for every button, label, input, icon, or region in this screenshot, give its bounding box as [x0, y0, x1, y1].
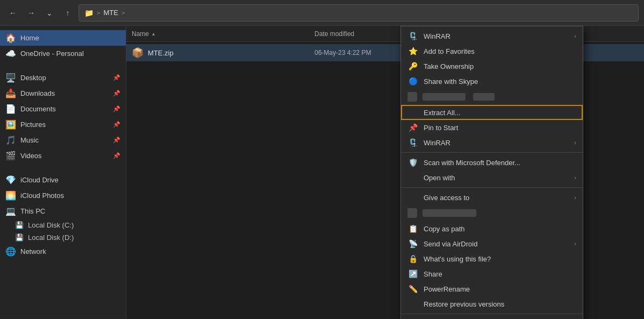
share-skype-icon: 🔵 — [407, 77, 418, 86]
ctx-copy-path-label: Copy as path — [424, 225, 576, 233]
power-rename-icon: ✏️ — [407, 285, 418, 293]
winrar-mid-icon: 🗜️ — [407, 138, 418, 147]
documents-icon: 📄 — [5, 104, 16, 114]
sort-arrow: ▲ — [151, 31, 156, 37]
pin-icon-downloads: 📌 — [113, 90, 120, 97]
sidebar-item-home-label: Home — [20, 34, 120, 42]
sidebar-item-music[interactable]: 🎵 Music 📌 — [0, 132, 126, 148]
ctx-give-access-label: Give access to — [424, 194, 569, 202]
ctx-copy-path[interactable]: 📋 Copy as path — [401, 221, 583, 236]
ctx-share-skype[interactable]: 🔵 Share with Skype — [401, 74, 583, 89]
this-pc-icon: 💻 — [5, 206, 16, 216]
sidebar-item-downloads[interactable]: 📥 Downloads 📌 — [0, 86, 126, 101]
ctx-winrar-top[interactable]: 🗜️ WinRAR › — [401, 29, 583, 44]
ctx-open-with-label: Open with — [424, 174, 569, 182]
sidebar-item-icloud-photos[interactable]: 🌅 iCloud Photos — [0, 188, 126, 203]
sidebar-local-d-label: Local Disk (D:) — [28, 233, 74, 242]
ctx-arrow-winrar: › — [574, 33, 576, 39]
ctx-add-favorites[interactable]: ⭐ Add to Favorites — [401, 44, 583, 59]
sidebar-item-home[interactable]: 🏠 Home — [0, 30, 126, 46]
whats-using-icon: 🔒 — [407, 254, 418, 263]
sidebar-item-desktop[interactable]: 🖥️ Desktop 📌 — [0, 70, 126, 86]
sidebar-item-local-d[interactable]: 💾 Local Disk (D:) — [0, 231, 126, 244]
ctx-scan-defender[interactable]: 🛡️ Scan with Microsoft Defender... — [401, 155, 583, 170]
sidebar-item-this-pc[interactable]: 💻 This PC — [0, 203, 126, 219]
ctx-restore-versions-label: Restore previous versions — [424, 300, 576, 308]
ctx-arrow-airdroid: › — [574, 240, 576, 247]
ctx-arrow-open-with: › — [574, 174, 576, 181]
pictures-icon: 🖼️ — [5, 119, 16, 130]
ctx-restore-versions[interactable]: Restore previous versions — [401, 296, 583, 311]
ctx-winrar-top-label: WinRAR — [424, 32, 569, 40]
ctx-separator-2 — [401, 187, 583, 188]
sidebar-item-desktop-label: Desktop — [20, 74, 109, 82]
ctx-share[interactable]: ↗️ Share — [401, 266, 583, 281]
sidebar-gap-1 — [0, 61, 126, 70]
sidebar-icloud-drive-label: iCloud Drive — [20, 176, 120, 184]
sidebar-item-network[interactable]: 🌐 Network — [0, 244, 126, 259]
ctx-extract-all[interactable]: Extract All... — [401, 105, 583, 120]
ctx-give-access[interactable]: Give access to › — [401, 190, 583, 205]
breadcrumb-chevron: > — [97, 10, 100, 16]
up-button[interactable]: ↑ — [60, 5, 75, 20]
sidebar-item-videos[interactable]: 🎬 Videos 📌 — [0, 148, 126, 164]
ctx-whats-using[interactable]: 🔒 What's using this file? — [401, 251, 583, 266]
ctx-winrar-mid[interactable]: 🗜️ WinRAR › — [401, 135, 583, 150]
forward-button[interactable]: → — [24, 5, 39, 20]
scan-defender-icon: 🛡️ — [407, 158, 418, 167]
ctx-power-rename-label: PowerRename — [424, 285, 576, 293]
pin-icon-documents: 📌 — [113, 105, 120, 112]
ctx-arrow-give-access: › — [574, 194, 576, 201]
nav-bar: ← → ⌄ ↑ 📁 > MTE > — [0, 0, 644, 26]
ctx-whats-using-label: What's using this file? — [424, 255, 576, 263]
recent-button[interactable]: ⌄ — [42, 5, 57, 20]
sidebar-item-onedrive[interactable]: ☁️ OneDrive - Personal — [0, 46, 126, 61]
col-header-name[interactable]: Name ▲ — [132, 30, 314, 38]
ctx-scan-defender-label: Scan with Microsoft Defender... — [424, 159, 576, 167]
icloud-photos-icon: 🌅 — [5, 190, 16, 201]
send-airdroid-icon: 📡 — [407, 239, 418, 248]
sidebar: 🏠 Home ☁️ OneDrive - Personal 🖥️ Desktop… — [0, 26, 126, 319]
sidebar-network-label: Network — [20, 247, 120, 256]
videos-icon: 🎬 — [5, 151, 16, 161]
breadcrumb-mte: MTE — [103, 9, 118, 17]
sidebar-gap-2 — [0, 164, 126, 172]
sidebar-item-pictures-label: Pictures — [20, 120, 109, 129]
sidebar-item-local-c[interactable]: 💾 Local Disk (C:) — [0, 219, 126, 231]
ctx-send-airdroid[interactable]: 📡 Send via AirDroid › — [401, 236, 583, 251]
ctx-power-rename[interactable]: ✏️ PowerRename — [401, 281, 583, 296]
address-bar[interactable]: 📁 > MTE > — [78, 4, 639, 22]
pin-icon-pictures: 📌 — [113, 121, 120, 128]
sidebar-item-music-label: Music — [20, 136, 109, 144]
sidebar-item-documents[interactable]: 📄 Documents 📌 — [0, 101, 126, 117]
onedrive-icon: ☁️ — [5, 48, 16, 59]
folder-icon: 📁 — [84, 9, 94, 17]
ctx-pin-start[interactable]: 📌 Pin to Start — [401, 120, 583, 135]
ctx-take-ownership[interactable]: 🔑 Take Ownership — [401, 59, 583, 74]
ctx-share-label: Share — [424, 270, 576, 278]
ctx-take-ownership-label: Take Ownership — [424, 62, 576, 70]
pin-icon-music: 📌 — [113, 137, 120, 144]
winrar-top-icon: 🗜️ — [407, 32, 418, 40]
col-name-label: Name — [132, 30, 149, 38]
local-c-icon: 💾 — [15, 221, 24, 229]
ctx-blurred-2 — [401, 205, 583, 221]
ctx-send-to[interactable]: Send to › — [401, 316, 583, 319]
main-area: 🏠 Home ☁️ OneDrive - Personal 🖥️ Desktop… — [0, 26, 644, 319]
local-d-icon: 💾 — [15, 233, 24, 242]
pin-start-icon: 📌 — [407, 123, 418, 132]
share-icon: ↗️ — [407, 270, 418, 278]
sidebar-item-downloads-label: Downloads — [20, 89, 109, 97]
ctx-open-with[interactable]: Open with › — [401, 170, 583, 185]
file-name: MTE.zip — [148, 49, 314, 57]
sidebar-item-pictures[interactable]: 🖼️ Pictures 📌 — [0, 117, 126, 132]
context-menu: 🗜️ WinRAR › ⭐ Add to Favorites 🔑 Take Ow… — [400, 26, 583, 319]
sidebar-item-videos-label: Videos — [20, 152, 109, 160]
take-ownership-icon: 🔑 — [407, 62, 418, 70]
ctx-winrar-mid-label: WinRAR — [424, 139, 569, 147]
network-icon: 🌐 — [5, 246, 16, 257]
back-button[interactable]: ← — [5, 5, 20, 20]
ctx-extract-all-label: Extract All... — [424, 109, 576, 117]
music-icon: 🎵 — [5, 135, 16, 145]
sidebar-item-icloud-drive[interactable]: 💎 iCloud Drive — [0, 172, 126, 188]
